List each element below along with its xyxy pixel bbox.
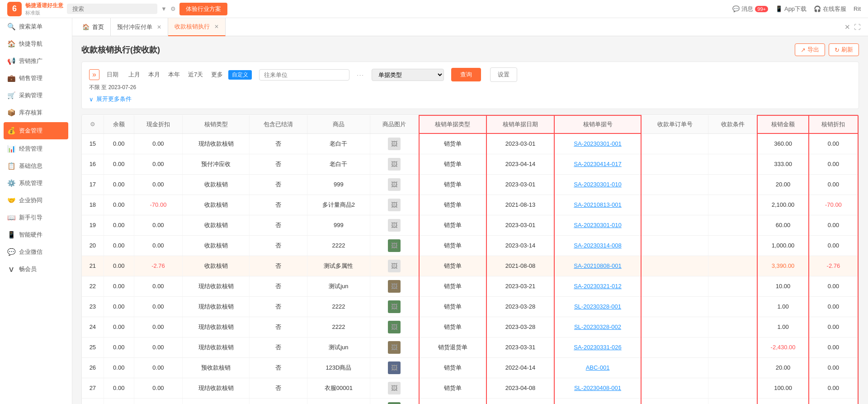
cell-cancel-doc-no[interactable]: SL-20230408-001 bbox=[554, 378, 641, 398]
sidebar-item-sales[interactable]: 💼 销售管理 bbox=[0, 70, 72, 87]
date-btn-more[interactable]: 更多 bbox=[208, 70, 226, 80]
cell-no: 19 bbox=[82, 215, 104, 235]
tab-prepaid[interactable]: 预付冲应付单 ✕ bbox=[111, 18, 168, 36]
filter-expand-btn[interactable]: » bbox=[89, 69, 99, 80]
dropdown-arrow[interactable]: ▼ bbox=[161, 5, 167, 12]
column-settings-icon[interactable]: ⚙ bbox=[90, 121, 95, 128]
doc-no-link[interactable]: SA-20230414-017 bbox=[574, 161, 622, 167]
cell-goods: 2222 bbox=[307, 398, 370, 404]
app-download-item[interactable]: 📱 App下载 bbox=[775, 5, 807, 13]
date-btn-7days[interactable]: 近7天 bbox=[185, 70, 206, 80]
sidebar-item-wechat[interactable]: 💬 企业微信 bbox=[0, 243, 72, 261]
cell-cancel-doc-no[interactable]: SA-20230321-012 bbox=[554, 276, 641, 296]
sidebar-item-newbie[interactable]: 📖 新手引导 bbox=[0, 209, 72, 226]
sidebar-item-smart-hw[interactable]: 📱 智能硬件 bbox=[0, 226, 72, 243]
cell-cancel-doc-no[interactable]: SA-20230314-008 bbox=[554, 235, 641, 256]
tab-home[interactable]: 🏠 首页 bbox=[76, 18, 111, 36]
th-goods: 商品 bbox=[307, 115, 370, 133]
sidebar-item-inventory[interactable]: 📦 库存核算 bbox=[0, 104, 72, 121]
purchase-icon: 🛒 bbox=[7, 91, 15, 100]
tab-receipt-cancel[interactable]: 收款核销执行 ✕ bbox=[168, 18, 226, 36]
doc-no-link[interactable]: SA-20230321-012 bbox=[574, 283, 622, 290]
cell-goods: 老白干 bbox=[307, 133, 370, 154]
doc-no-link[interactable]: SL-20230408-001 bbox=[574, 385, 621, 391]
cell-cancel-doc-no[interactable]: SA-20230414-017 bbox=[554, 154, 641, 174]
cell-no: 26 bbox=[82, 357, 104, 378]
date-btn-this-month[interactable]: 本月 bbox=[146, 70, 163, 80]
doc-no-link[interactable]: SA-20230314-008 bbox=[574, 242, 622, 249]
date-buttons: 上月 本月 本年 近7天 更多 自定义 bbox=[126, 70, 252, 80]
cell-goods: 测试jun bbox=[307, 276, 370, 296]
doc-no-link[interactable]: SL-20230328-001 bbox=[574, 303, 621, 310]
partner-input[interactable] bbox=[259, 69, 349, 81]
tab-expand-icon[interactable]: ⛶ bbox=[854, 23, 861, 31]
cell-cancel-amount: 60.00 bbox=[757, 215, 809, 235]
th-cash-discount: 现金折扣 bbox=[134, 115, 182, 133]
cell-cancel-doc-no[interactable]: SA-20210813-001 bbox=[554, 195, 641, 215]
sidebar-item-finance[interactable]: 💰 资金管理 bbox=[4, 122, 68, 139]
cell-cancel-doc-no[interactable]: SA-20230301-001 bbox=[554, 133, 641, 154]
cell-cancel-doc-no[interactable]: SL-20230328-001 bbox=[554, 296, 641, 317]
sidebar-item-system[interactable]: ⚙️ 系统管理 bbox=[0, 175, 72, 192]
cell-no: 27 bbox=[82, 378, 104, 398]
doc-no-link[interactable]: SL-20230328-002 bbox=[574, 323, 621, 330]
sidebar-item-basic-info[interactable]: 📋 基础信息 bbox=[0, 157, 72, 175]
cell-cancel-doc-no[interactable]: ABC-001 bbox=[554, 357, 641, 378]
cell-balance: 0.00 bbox=[104, 174, 134, 195]
refresh-button[interactable]: ↻ 刷新 bbox=[829, 43, 859, 56]
sidebar-item-enterprise[interactable]: 🤝 企业协同 bbox=[0, 192, 72, 209]
date-btn-last-month[interactable]: 上月 bbox=[126, 70, 143, 80]
query-button[interactable]: 查询 bbox=[451, 68, 481, 81]
user-item[interactable]: Rit bbox=[854, 5, 861, 12]
sidebar-label-purchase: 采购管理 bbox=[19, 91, 42, 100]
sidebar-item-quick-nav[interactable]: 🏠 快捷导航 bbox=[0, 35, 72, 52]
doc-no-link[interactable]: SA-20230301-010 bbox=[574, 222, 622, 228]
cell-cancel-doc-no[interactable]: SA-20210808-001 bbox=[554, 256, 641, 276]
top-search-input[interactable] bbox=[67, 4, 157, 14]
solution-button[interactable]: 体验行业方案 bbox=[179, 3, 227, 15]
sidebar-item-search-menu[interactable]: 🔍 搜索菜单 bbox=[0, 18, 72, 35]
tab-receipt-cancel-close[interactable]: ✕ bbox=[214, 24, 219, 30]
message-item[interactable]: 💬 消息 99+ bbox=[732, 5, 768, 13]
doc-no-link[interactable]: SA-20210813-001 bbox=[574, 201, 622, 208]
sidebar-item-member[interactable]: V 畅会员 bbox=[0, 261, 72, 278]
cell-cancel-doc-type: 销货单 bbox=[419, 154, 487, 174]
doc-no-link[interactable]: SA-20230301-001 bbox=[574, 140, 622, 147]
cell-cancel-doc-no[interactable]: SL-20230418-001 bbox=[554, 398, 641, 404]
receipt-type-select[interactable]: 单据类型 bbox=[372, 69, 444, 81]
cell-cancel-type: 收款核销 bbox=[183, 195, 250, 215]
cell-cancel-doc-no[interactable]: SA-20230301-010 bbox=[554, 174, 641, 195]
cell-receipt-order-no bbox=[641, 378, 708, 398]
doc-no-link[interactable]: SA-20230301-010 bbox=[574, 181, 622, 188]
cell-balance: 0.00 bbox=[104, 357, 134, 378]
online-service-item[interactable]: 🎧 在线客服 bbox=[814, 5, 846, 13]
cell-cancel-doc-no[interactable]: SA-20230301-010 bbox=[554, 215, 641, 235]
th-settings[interactable]: ⚙ bbox=[82, 115, 104, 133]
tab-prepaid-close[interactable]: ✕ bbox=[157, 24, 161, 30]
cell-cancel-discount: 0.00 bbox=[809, 276, 858, 296]
wechat-icon: 💬 bbox=[7, 248, 15, 256]
th-receipt-condition: 收款条件 bbox=[708, 115, 757, 133]
cell-cash-discount: 0.00 bbox=[134, 398, 182, 404]
tab-close-icon[interactable]: ✕ bbox=[844, 23, 850, 31]
date-btn-custom[interactable]: 自定义 bbox=[228, 70, 252, 80]
cell-cancel-doc-date: 2023-03-28 bbox=[486, 296, 554, 317]
export-button[interactable]: ↗ 导出 bbox=[795, 43, 825, 56]
doc-no-link[interactable]: SA-20230331-026 bbox=[574, 344, 622, 351]
settings-button[interactable]: 设置 bbox=[490, 67, 517, 82]
sidebar-label-system: 系统管理 bbox=[19, 179, 42, 187]
sidebar-item-purchase[interactable]: 🛒 采购管理 bbox=[0, 87, 72, 104]
doc-no-link[interactable]: SA-20210808-001 bbox=[574, 262, 622, 269]
cell-cancel-doc-no[interactable]: SA-20230331-026 bbox=[554, 337, 641, 357]
th-receipt-order-no: 收款单订单号 bbox=[641, 115, 708, 133]
quick-nav-icon: 🏠 bbox=[7, 40, 15, 48]
doc-no-link[interactable]: ABC-001 bbox=[586, 364, 610, 371]
cell-goods-img: 🖼 bbox=[370, 256, 419, 276]
sidebar-item-marketing[interactable]: 📢 营销推广 bbox=[0, 52, 72, 70]
sidebar-item-operation[interactable]: 📊 经营管理 bbox=[0, 140, 72, 157]
settings-icon[interactable]: ⚙ bbox=[170, 5, 176, 12]
expand-conditions-row[interactable]: ∨ 展开更多条件 bbox=[89, 95, 851, 103]
date-btn-this-year[interactable]: 本年 bbox=[165, 70, 183, 80]
cell-cancel-doc-no[interactable]: SL-20230328-002 bbox=[554, 317, 641, 337]
cell-cancel-doc-date: 2023-03-14 bbox=[486, 235, 554, 256]
